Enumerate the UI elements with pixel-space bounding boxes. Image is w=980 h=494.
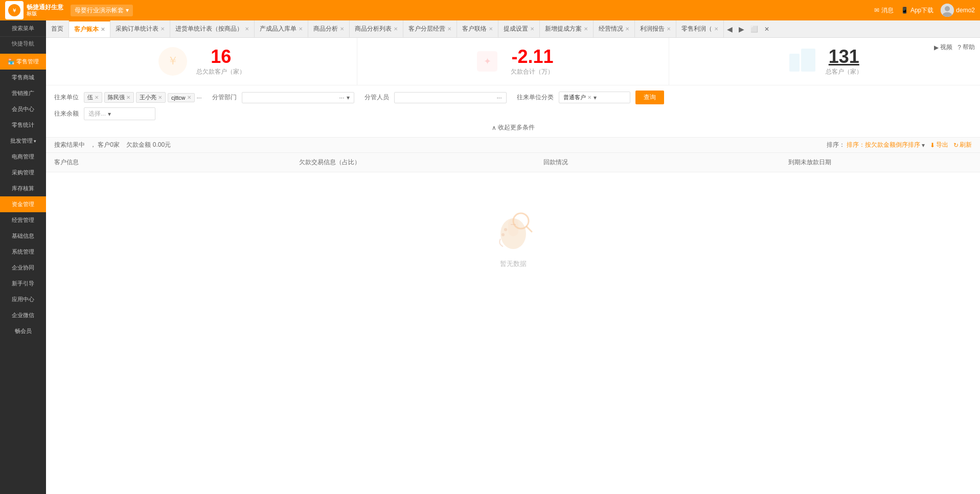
tab-close-production[interactable]: ✕ [299,26,303,32]
tab-customer-book[interactable]: 客户账本 ✕ [69,20,110,38]
filter-tag-unit-4: cjttcw ✕ [168,93,195,102]
tab-customer-contact[interactable]: 客户联络 ✕ [457,20,498,38]
sidebar-item-finance-mgmt[interactable]: 资金管理 [0,196,46,212]
sidebar-item-enterprise-wechat[interactable]: 企业微信 [0,307,46,323]
message-button[interactable]: ✉ 消息 [874,6,894,15]
svg-text:￥: ￥ [167,54,178,67]
app-wrapper: ￥ 畅捷通好生意 标版 母婴行业演示帐套 ▾ ✉ 消息 📱 App下载 [0,0,980,494]
app-download-button[interactable]: 📱 App下载 [901,6,933,15]
tab-production-inbound[interactable]: 产成品入库单 ✕ [255,20,308,38]
tab-close-profit[interactable]: ✕ [667,26,671,32]
filter-unit-label: 往来单位 [54,93,79,102]
filter-person-label: 分管人员 [364,93,389,102]
tab-add-promotion[interactable]: 新增提成方案 ✕ [540,20,594,38]
tab-purchase-order-stats[interactable]: 采购订单统计表 ✕ [110,20,170,38]
sidebar-item-super-member[interactable]: 畅会员 [0,323,46,339]
right-content: 首页 客户账本 ✕ 采购订单统计表 ✕ 进货单统计表（按商品） ✕ 产成品入库单… [46,20,980,494]
sidebar-item-ops-mgmt[interactable]: 经营管理 [0,212,46,228]
sort-select[interactable]: 排序： 排序：按欠款金额倒序排序 ▾ [827,141,925,149]
tab-close-add-promotion[interactable]: ✕ [584,26,588,32]
query-button[interactable]: 查询 [635,91,664,104]
tab-maximize[interactable]: ⬜ [747,26,761,33]
filter-tag-unit-3: 王小亮 ✕ [136,92,166,103]
tab-commodity-analysis-list[interactable]: 商品分析列表 ✕ [350,20,403,38]
stat-icon-2: ✦ [472,46,503,77]
sidebar-item-ecommerce-mgmt[interactable]: 电商管理 [0,149,46,165]
results-actions: 排序： 排序：按欠款金额倒序排序 ▾ ⬇ 导出 ↻ 刷新 [827,141,972,149]
sidebar-item-member-center[interactable]: 会员中心 [0,101,46,117]
refresh-button[interactable]: ↻ 刷新 [953,141,972,149]
export-button[interactable]: ⬇ 导出 [930,141,948,149]
stat-label-1: 总欠款客户（家） [196,68,245,76]
sidebar-item-basic-info[interactable]: 基础信息 [0,228,46,244]
tab-nav-next[interactable]: ▶ [736,25,747,33]
tab-close-customer-tier[interactable]: ✕ [447,26,451,32]
tab-retail-profit[interactable]: 零售利润（ ✕ [676,20,724,38]
user-menu[interactable]: demo2 [941,4,975,17]
tab-close-commodity-list[interactable]: ✕ [394,26,398,32]
results-bar: 搜索结果中， 客户0家 欠款金额 0.00元 排序： 排序：按欠款金额倒序排序 … [46,138,980,153]
help-button[interactable]: ? 帮助 [958,43,975,52]
tag-close-unit-3[interactable]: ✕ [158,95,162,100]
filter-person-select[interactable]: ··· [394,92,507,103]
svg-text:￥: ￥ [12,8,17,13]
tag-close-unit-1[interactable]: ✕ [95,95,99,100]
sidebar-item-purchase-mgmt[interactable]: 采购管理 [0,165,46,181]
sidebar-item-inventory-check[interactable]: 库存核算 [0,181,46,196]
sidebar-item-quick-nav[interactable]: 快捷导航 [0,37,46,51]
tab-customer-tier[interactable]: 客户分层经营 ✕ [403,20,457,38]
tab-close-business[interactable]: ✕ [625,26,629,32]
svg-point-17 [502,233,505,236]
tab-commodity-analysis[interactable]: 商品分析 ✕ [308,20,350,38]
store-selector[interactable]: 母婴行业演示帐套 ▾ [71,5,133,16]
filter-unit-category-label: 往来单位分类 [517,93,554,102]
sidebar-search[interactable]: 搜索菜单 [0,20,46,37]
stat-value-block-1: 16 总欠款客户（家） [196,47,245,77]
tab-close-retail-profit[interactable]: ✕ [714,26,718,32]
sidebar-item-sys-mgmt[interactable]: 系统管理 [0,244,46,260]
stat-value-3: 131 [826,47,862,67]
filter-remaining-select[interactable]: 选择... ▾ [84,107,155,120]
tab-close-customer-contact[interactable]: ✕ [489,26,493,32]
svg-text:✦: ✦ [484,56,491,66]
tab-close-all[interactable]: ✕ [761,26,772,33]
sidebar: 搜索菜单 快捷导航 🏪 零售管理 零售商城 营销推广 会员中心 [0,20,46,494]
stat-total-debt-amount: ✦ -2.11 欠款合计（万） [357,38,669,85]
tab-close-commodity[interactable]: ✕ [340,26,344,32]
tag-close-unit-4[interactable]: ✕ [187,95,191,100]
sidebar-item-app-center[interactable]: 应用中心 [0,291,46,307]
tab-close-purchase[interactable]: ✕ [161,26,165,32]
filter-dept-select[interactable]: ··· ▾ [242,92,354,103]
filter-unit-category-select[interactable]: 普通客户 ✕ ▾ [559,92,630,103]
sidebar-item-retail-stats[interactable]: 零售统计 [0,117,46,133]
tab-close-incoming[interactable]: ✕ [245,26,249,32]
sidebar-item-enterprise-coop[interactable]: 企业协同 [0,260,46,276]
collapse-row: ∧ 收起更多条件 [54,123,972,132]
sidebar-item-wholesale-mgmt[interactable]: 批发管理 ▾ [0,133,46,149]
tab-promotion-settings[interactable]: 提成设置 ✕ [498,20,540,38]
col-header-customer: 客户信息 [54,158,299,167]
tag-close-category[interactable]: ✕ [587,95,591,100]
stat-value-block-3: 131 总客户（家） [826,47,862,77]
tab-nav-prev[interactable]: ◀ [724,25,736,33]
filter-more-units[interactable]: ··· [197,94,202,101]
tab-incoming-stats[interactable]: 进货单统计表（按商品） ✕ [170,20,255,38]
svg-point-16 [504,228,507,231]
video-button[interactable]: ▶ 视频 [934,43,952,52]
top-bar-right: ✉ 消息 📱 App下载 demo2 [874,4,975,17]
sidebar-item-retail-mgmt[interactable]: 🏪 零售管理 [0,54,46,70]
tab-profit-report[interactable]: 利润报告 ✕ [635,20,676,38]
tab-close-customer-book[interactable]: ✕ [101,27,105,32]
stat-total-debt-customers: ￥ 16 总欠款客户（家） [46,38,357,85]
sidebar-item-marketing[interactable]: 营销推广 [0,85,46,101]
tab-home[interactable]: 首页 [46,20,69,38]
tag-close-unit-2[interactable]: ✕ [126,95,130,100]
sidebar-item-new-user-guide[interactable]: 新手引导 [0,276,46,291]
sidebar-item-retail-shop[interactable]: 零售商城 [0,70,46,85]
logo-icon: ￥ [5,1,24,19]
tab-business-status[interactable]: 经营情况 ✕ [594,20,635,38]
content-area: ￥ 16 总欠款客户（家） ✦ [46,38,980,494]
collapse-button[interactable]: ∧ 收起更多条件 [492,123,535,132]
avatar [941,4,954,17]
tab-close-promotion[interactable]: ✕ [530,26,534,32]
